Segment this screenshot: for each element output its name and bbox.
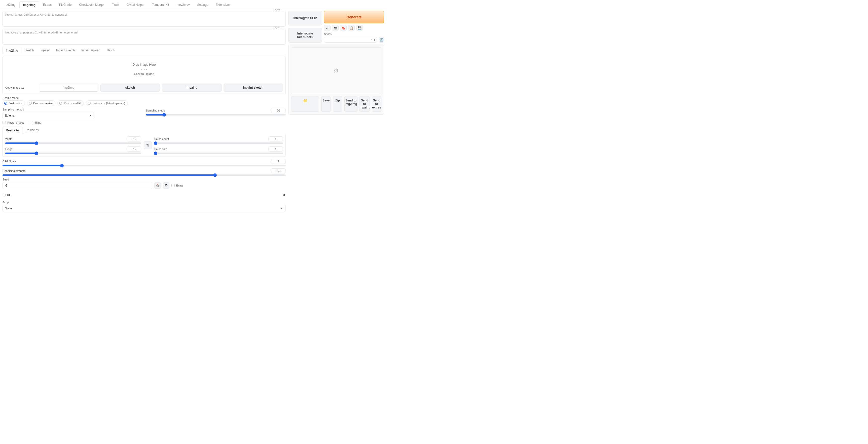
- arrow-down-left-icon: ↙: [326, 26, 329, 30]
- save-style-button[interactable]: 💾: [356, 25, 363, 31]
- denoising-strength-slider[interactable]: [2, 175, 286, 176]
- seed-label: Seed: [2, 178, 286, 181]
- subtab-inpaint-sketch[interactable]: Inpaint sketch: [53, 46, 78, 54]
- tab-temporal-kit[interactable]: Temporal-Kit: [148, 1, 173, 8]
- clear-prompt-button[interactable]: 🗑: [332, 25, 339, 31]
- subtab-batch[interactable]: Batch: [104, 46, 118, 54]
- copy-to-sketch-button[interactable]: sketch: [100, 84, 160, 92]
- dice-icon: 🎲: [156, 184, 160, 187]
- resize-tabs: Resize to Resize by: [2, 126, 286, 134]
- send-to-inpaint-button[interactable]: Send to inpaint: [360, 96, 370, 112]
- swap-dimensions-button[interactable]: ⇅: [144, 141, 152, 149]
- sampling-steps-input[interactable]: [271, 108, 286, 113]
- copy-to-inpaint-sketch-button[interactable]: inpaint sketch: [223, 84, 283, 92]
- denoising-strength-input[interactable]: [271, 168, 286, 173]
- cfg-scale-slider[interactable]: [2, 165, 286, 166]
- styles-select[interactable]: × ▾: [324, 37, 377, 42]
- tab-train[interactable]: Train: [108, 1, 123, 8]
- llul-accordion[interactable]: LLuL ◀: [2, 191, 286, 199]
- radio-dot-icon: [4, 102, 7, 105]
- resize-mode-resize-and-fill[interactable]: Resize and fill: [57, 100, 84, 106]
- checkbox-icon: [30, 121, 33, 124]
- clear-icon[interactable]: ×: [371, 38, 372, 41]
- output-preview[interactable]: 🖼: [291, 47, 381, 94]
- image-drop-zone[interactable]: Drop Image Here - or - Click to Upload: [5, 59, 283, 81]
- tab-extensions[interactable]: Extensions: [212, 1, 235, 8]
- save-button[interactable]: Save: [321, 96, 331, 112]
- resize-mode-radios: Just resize Crop and resize Resize and f…: [2, 100, 286, 106]
- resize-by-tab[interactable]: Resize by: [22, 126, 42, 134]
- send-to-img2img-button[interactable]: Send to img2img: [344, 96, 357, 112]
- seed-input[interactable]: [2, 182, 152, 189]
- seed-random-button[interactable]: 🎲: [154, 182, 161, 189]
- paste-button[interactable]: ↙: [324, 25, 331, 31]
- checkbox-icon: [172, 184, 175, 187]
- batch-count-slider[interactable]: [154, 142, 283, 144]
- main-tabs: txt2img img2img Extras PNG Info Checkpoi…: [0, 0, 387, 8]
- dropzone-or: - or -: [5, 67, 283, 72]
- chevron-down-icon: ▾: [374, 38, 375, 41]
- copy-to-img2img-button[interactable]: img2img: [39, 84, 98, 92]
- resize-mode-just-resize[interactable]: Just resize: [2, 100, 25, 106]
- width-input[interactable]: [127, 136, 141, 141]
- bookmark-icon: 🔖: [341, 26, 345, 30]
- resize-mode-label: Resize mode: [2, 96, 286, 99]
- tab-mov2mov[interactable]: mov2mov: [173, 1, 193, 8]
- tab-extras[interactable]: Extras: [39, 1, 55, 8]
- interrogate-deepbooru-button[interactable]: Interrogate DeepBooru: [288, 28, 322, 42]
- subtab-inpaint-upload[interactable]: Inpaint upload: [78, 46, 103, 54]
- resize-mode-crop-and-resize[interactable]: Crop and resize: [27, 100, 56, 106]
- batch-size-input[interactable]: [268, 147, 283, 152]
- styles-label: Styles: [324, 32, 384, 35]
- copy-to-inpaint-button[interactable]: inpaint: [162, 84, 221, 92]
- batch-count-input[interactable]: [268, 136, 283, 141]
- radio-dot-icon: [29, 102, 32, 105]
- img2img-subtabs: img2img Sketch Inpaint Inpaint sketch In…: [2, 46, 286, 54]
- tab-settings[interactable]: Settings: [193, 1, 212, 8]
- chevron-left-icon: ◀: [282, 193, 285, 197]
- sampling-steps-slider[interactable]: [146, 114, 286, 116]
- generate-button[interactable]: Generate: [324, 11, 384, 23]
- seed-extra-checkbox[interactable]: Extra: [172, 184, 183, 187]
- negative-prompt-token-counter: 0/75: [273, 26, 282, 30]
- output-panel: 🖼 📁 Save Zip Send to img2img Send to inp…: [288, 44, 384, 115]
- subtab-inpaint[interactable]: Inpaint: [37, 46, 53, 54]
- sampling-method-select[interactable]: Euler a: [2, 112, 94, 119]
- prompt-input[interactable]: [3, 11, 285, 26]
- tab-civitai-helper[interactable]: Civitai Helper: [123, 1, 148, 8]
- height-slider[interactable]: [5, 153, 141, 154]
- restore-faces-checkbox[interactable]: Restore faces: [2, 121, 24, 124]
- interrogate-clip-button[interactable]: Interrogate CLIP: [288, 11, 322, 25]
- height-input[interactable]: [127, 147, 141, 152]
- width-slider[interactable]: [5, 142, 141, 144]
- send-to-extras-button[interactable]: Send to extras: [372, 96, 381, 112]
- sampling-steps-row: Sampling steps: [146, 108, 286, 119]
- negative-prompt-input[interactable]: [3, 29, 285, 43]
- batch-size-slider[interactable]: [154, 153, 283, 154]
- clipboard-icon: 📋: [349, 26, 353, 30]
- seed-reuse-button[interactable]: ♻: [163, 182, 169, 189]
- cfg-scale-input[interactable]: [271, 159, 286, 164]
- tab-checkpoint-merger[interactable]: Checkpoint Merger: [75, 1, 108, 8]
- recycle-icon: ♻: [165, 184, 168, 187]
- dropzone-upload-text: Click to Upload: [5, 72, 283, 76]
- resize-to-tab[interactable]: Resize to: [2, 127, 22, 134]
- tab-png-info[interactable]: PNG Info: [55, 1, 75, 8]
- extra-networks-button[interactable]: 🔖: [340, 25, 347, 31]
- apply-style-button[interactable]: 📋: [348, 25, 355, 31]
- tab-txt2img[interactable]: txt2img: [2, 1, 20, 8]
- subtab-img2img[interactable]: img2img: [2, 47, 22, 54]
- script-select[interactable]: None: [2, 205, 286, 212]
- tiling-checkbox[interactable]: Tiling: [30, 121, 41, 124]
- refresh-styles-button[interactable]: 🔄: [379, 37, 384, 42]
- radio-dot-icon: [59, 102, 62, 105]
- open-folder-button[interactable]: 📁: [291, 96, 319, 112]
- zip-button[interactable]: Zip: [333, 96, 342, 112]
- tab-img2img[interactable]: img2img: [20, 1, 39, 8]
- batch-size-label: Batch size: [154, 148, 167, 151]
- resize-mode-latent-upscale[interactable]: Just resize (latent upscale): [86, 100, 128, 106]
- trash-icon: 🗑: [334, 26, 337, 30]
- subtab-sketch[interactable]: Sketch: [22, 46, 37, 54]
- save-icon: 💾: [358, 26, 362, 30]
- prompt-container: 0/75: [2, 11, 286, 27]
